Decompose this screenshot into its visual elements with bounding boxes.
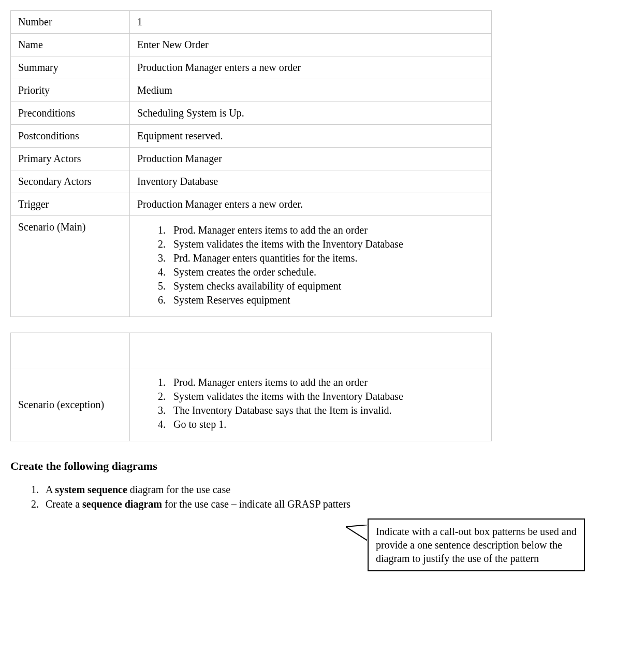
instruction-bold: system sequence: [55, 484, 127, 495]
use-case-table: Number 1 Name Enter New Order Summary Pr…: [10, 10, 492, 317]
callout-arrow-icon: [346, 525, 369, 543]
table-row: Postconditions Equipment reserved.: [11, 125, 492, 148]
row-value: Inventory Database: [130, 170, 492, 193]
callout-box: Indicate with a call-out box patterns be…: [368, 518, 585, 571]
row-label: Number: [11, 11, 130, 34]
table-row: Secondary Actors Inventory Database: [11, 170, 492, 193]
scenario-exception-cell: Prod. Manager enters items to add the an…: [130, 368, 492, 441]
table-row-scenario-main: Scenario (Main) Prod. Manager enters ite…: [11, 216, 492, 317]
row-label: Primary Actors: [11, 148, 130, 170]
table-row: Summary Production Manager enters a new …: [11, 56, 492, 79]
table-row: Priority Medium: [11, 79, 492, 102]
instructions-list: A system sequence diagram for the use ca…: [10, 482, 634, 511]
row-value: Scheduling System is Up.: [130, 102, 492, 125]
svg-marker-0: [346, 525, 369, 541]
instruction-prefix: Create a: [46, 498, 82, 510]
table-row: Name Enter New Order: [11, 34, 492, 56]
table-row: Primary Actors Production Manager: [11, 148, 492, 170]
instruction-bold: sequence diagram: [82, 498, 162, 510]
list-item: Prod. Manager enters items to add the an…: [168, 223, 484, 237]
list-item: System creates the order schedule.: [168, 265, 484, 279]
row-label: Trigger: [11, 193, 130, 216]
row-value: 1: [130, 11, 492, 34]
row-label: Name: [11, 34, 130, 56]
scenario-main-cell: Prod. Manager enters items to add the an…: [130, 216, 492, 317]
instruction-prefix: A: [46, 484, 55, 495]
list-item: System validates the items with the Inve…: [168, 237, 484, 251]
instruction-item: Create a sequence diagram for the use ca…: [41, 497, 634, 511]
list-item: System checks availability of equipment: [168, 279, 484, 293]
table-row: Trigger Production Manager enters a new …: [11, 193, 492, 216]
scenario-main-label: Scenario (Main): [11, 216, 130, 317]
list-item: Prd. Manager enters quantities for the i…: [168, 251, 484, 265]
row-value: Production Manager enters a new order: [130, 56, 492, 79]
table-row-scenario-exception: Scenario (exception) Prod. Manager enter…: [11, 368, 492, 441]
row-label: Postconditions: [11, 125, 130, 148]
scenario-exception-list: Prod. Manager enters items to add the an…: [137, 376, 484, 431]
row-label: Priority: [11, 79, 130, 102]
table-row: Number 1: [11, 11, 492, 34]
list-item: Go to step 1.: [168, 417, 484, 431]
row-label: Secondary Actors: [11, 170, 130, 193]
empty-table-row: [11, 333, 492, 368]
list-item: System Reserves equipment: [168, 293, 484, 307]
table-row: Preconditions Scheduling System is Up.: [11, 102, 492, 125]
row-label: Summary: [11, 56, 130, 79]
row-value: Equipment reserved.: [130, 125, 492, 148]
row-value: Production Manager enters a new order.: [130, 193, 492, 216]
row-value: Medium: [130, 79, 492, 102]
instruction-suffix: for the use case – indicate all GRASP pa…: [162, 498, 350, 510]
callout-container: Indicate with a call-out box patterns be…: [10, 518, 492, 586]
scenario-exception-label: Scenario (exception): [11, 368, 130, 441]
list-item: Prod. Manager enters items to add the an…: [168, 376, 484, 390]
instruction-suffix: diagram for the use case: [127, 484, 230, 495]
row-value: Production Manager: [130, 148, 492, 170]
row-value: Enter New Order: [130, 34, 492, 56]
list-item: The Inventory Database says that the Ite…: [168, 403, 484, 417]
empty-cell: [11, 333, 130, 368]
instruction-item: A system sequence diagram for the use ca…: [41, 482, 634, 497]
row-label: Preconditions: [11, 102, 130, 125]
scenario-main-list: Prod. Manager enters items to add the an…: [137, 223, 484, 307]
exception-table: Scenario (exception) Prod. Manager enter…: [10, 333, 492, 441]
list-item: System validates the items with the Inve…: [168, 390, 484, 403]
empty-cell: [130, 333, 492, 368]
section-heading: Create the following diagrams: [10, 459, 634, 473]
